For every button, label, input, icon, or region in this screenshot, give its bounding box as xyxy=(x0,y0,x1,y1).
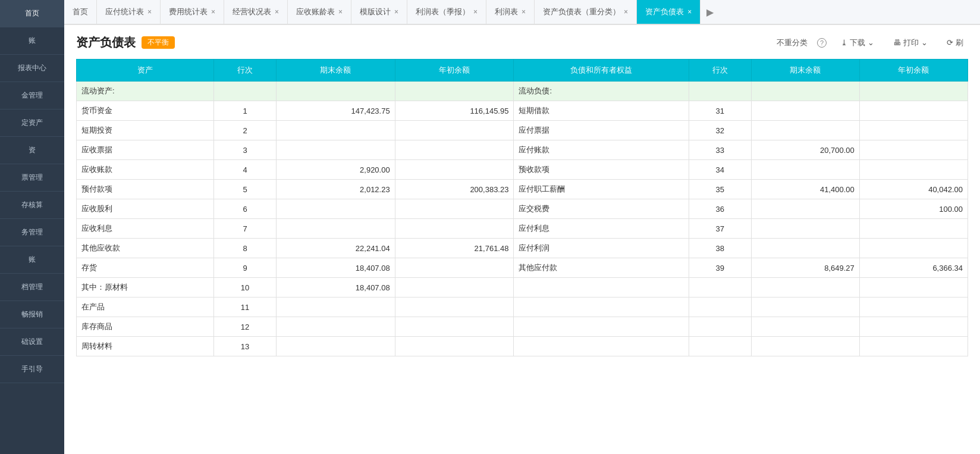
left-name[interactable]: 应收票据 xyxy=(77,140,214,160)
tab-profit-quarterly-close[interactable]: × xyxy=(473,8,478,16)
download-icon: ⤓ xyxy=(841,38,847,47)
tab-profit-close[interactable]: × xyxy=(522,8,526,16)
tab-operation-stat[interactable]: 经营状况表 × xyxy=(224,0,288,24)
left-name[interactable]: 存货 xyxy=(77,258,214,278)
right-end-balance xyxy=(751,278,859,298)
right-name[interactable]: 应交税费 xyxy=(514,199,689,219)
tab-operation-stat-close[interactable]: × xyxy=(275,8,279,16)
sidebar-item-home[interactable]: 首页 xyxy=(0,0,64,27)
refresh-label: 刷 xyxy=(956,37,963,48)
right-name[interactable] xyxy=(514,337,689,356)
left-name[interactable]: 应收账款 xyxy=(77,160,214,180)
sidebar-item-ledger[interactable]: 账 xyxy=(0,246,64,274)
right-end-balance: 20,700.00 xyxy=(751,140,859,160)
table-row: 库存商品 12 xyxy=(77,317,968,337)
tab-balance-label: 资产负债表 xyxy=(645,7,684,17)
table-row: 存货 9 18,407.08 其他应付款 39 8,649.27 6,366.3… xyxy=(77,258,968,278)
tab-profit[interactable]: 利润表 × xyxy=(486,0,535,24)
left-row-num: 13 xyxy=(214,337,277,356)
help-icon[interactable]: ? xyxy=(817,38,827,48)
right-name[interactable]: 应付职工薪酬 xyxy=(514,180,689,199)
left-end-balance xyxy=(276,317,395,337)
tab-balance-reclassify-close[interactable]: × xyxy=(624,8,628,16)
table-row: 其中：原材料 10 18,407.08 xyxy=(77,278,968,298)
th-begin-balance-left: 年初余额 xyxy=(395,60,514,82)
left-begin-balance xyxy=(395,337,514,356)
tab-payable-stat-label: 应付统计表 xyxy=(105,7,144,17)
right-row-num: 31 xyxy=(689,101,751,121)
sidebar-item-guide[interactable]: 手引导 xyxy=(0,356,64,383)
table-row: 应收股利 6 应交税费 36 100.00 xyxy=(77,199,968,219)
right-name[interactable] xyxy=(514,317,689,337)
refresh-button[interactable]: ⟳ 刷 xyxy=(942,35,968,51)
left-name[interactable]: 应收股利 xyxy=(77,199,214,219)
right-name[interactable] xyxy=(514,278,689,298)
sidebar-item-ticket-mgmt[interactable]: 票管理 xyxy=(0,164,64,192)
left-row-num: 7 xyxy=(214,219,277,239)
tab-payable-stat-close[interactable]: × xyxy=(147,8,152,16)
right-begin-balance xyxy=(859,337,968,356)
print-button[interactable]: 🖶 打印 ⌄ xyxy=(888,35,932,51)
right-name[interactable]: 其他应付款 xyxy=(514,258,689,278)
tab-template-design-close[interactable]: × xyxy=(394,8,398,16)
left-name[interactable]: 预付款项 xyxy=(77,180,214,199)
sidebar-item-report-center[interactable]: 报表中心 xyxy=(0,55,64,82)
tab-template-design[interactable]: 模版设计 × xyxy=(351,0,407,24)
left-name[interactable]: 货币资金 xyxy=(77,101,214,121)
left-name[interactable]: 在产品 xyxy=(77,298,214,317)
tab-receivable-aging-close[interactable]: × xyxy=(338,8,343,16)
right-name[interactable] xyxy=(514,298,689,317)
right-row-num xyxy=(689,337,751,356)
tab-payable-stat[interactable]: 应付统计表 × xyxy=(97,0,161,24)
left-name[interactable]: 应收利息 xyxy=(77,219,214,239)
tab-expense-stat-close[interactable]: × xyxy=(211,8,215,16)
left-end-balance xyxy=(276,298,395,317)
right-end-balance xyxy=(751,239,859,258)
left-begin-balance xyxy=(395,317,514,337)
left-name[interactable]: 其他应收款 xyxy=(77,239,214,258)
right-name[interactable]: 预收款项 xyxy=(514,160,689,180)
table-row: 其他应收款 8 22,241.04 21,761.48 应付利润 38 xyxy=(77,239,968,258)
left-end-balance xyxy=(276,219,395,239)
left-end-balance: 2,012.23 xyxy=(276,180,395,199)
sidebar-item-basic-settings[interactable]: 础设置 xyxy=(0,328,64,356)
right-name[interactable]: 应付利息 xyxy=(514,219,689,239)
sidebar-item-fixed-assets[interactable]: 定资产 xyxy=(0,109,64,137)
tab-scroll-right[interactable]: ▶ xyxy=(701,7,720,18)
sidebar-item-assets[interactable]: 资 xyxy=(0,137,64,164)
tab-balance-reclassify[interactable]: 资产负债表（重分类） × xyxy=(535,0,637,24)
right-name[interactable]: 应付票据 xyxy=(514,121,689,140)
left-name[interactable]: 库存商品 xyxy=(77,317,214,337)
right-name[interactable]: 应付账款 xyxy=(514,140,689,160)
sidebar-item-archive[interactable]: 档管理 xyxy=(0,274,64,301)
left-row-num: 2 xyxy=(214,121,277,140)
page-header: 资产负债表 不平衡 不重分类 ? ⤓ 下载 ⌄ 🖶 打印 ⌄ ⟳ 刷 xyxy=(76,35,968,51)
sidebar-item-tax-mgmt[interactable]: 务管理 xyxy=(0,219,64,246)
sidebar-item-inventory[interactable]: 存核算 xyxy=(0,192,64,219)
tab-expense-stat[interactable]: 费用统计表 × xyxy=(161,0,224,24)
left-name[interactable]: 短期投资 xyxy=(77,121,214,140)
print-label: 打印 xyxy=(903,37,919,48)
left-end-balance xyxy=(276,199,395,219)
left-end-balance: 18,407.08 xyxy=(276,258,395,278)
left-name[interactable]: 周转材料 xyxy=(77,337,214,356)
tab-home[interactable]: 首页 xyxy=(64,0,97,24)
right-row-num: 32 xyxy=(689,121,751,140)
sidebar-item-cash-mgmt[interactable]: 金管理 xyxy=(0,82,64,109)
left-name[interactable]: 其中：原材料 xyxy=(77,278,214,298)
tab-balance[interactable]: 资产负债表 × xyxy=(637,0,701,24)
right-begin-balance xyxy=(859,121,968,140)
right-name[interactable]: 应付利润 xyxy=(514,239,689,258)
th-row-num-right: 行次 xyxy=(689,60,751,82)
download-button[interactable]: ⤓ 下载 ⌄ xyxy=(836,35,879,51)
tab-profit-quarterly[interactable]: 利润表（季报） × xyxy=(407,0,486,24)
tab-balance-close[interactable]: × xyxy=(687,8,692,16)
right-begin-balance xyxy=(859,239,968,258)
sidebar-item-expense[interactable]: 畅报销 xyxy=(0,301,64,328)
tab-receivable-aging[interactable]: 应收账龄表 × xyxy=(288,0,351,24)
th-liabilities: 负债和所有者权益 xyxy=(514,60,689,82)
main-area: 首页 应付统计表 × 费用统计表 × 经营状况表 × 应收账龄表 × 模版设计 … xyxy=(64,0,980,454)
right-begin-balance xyxy=(859,219,968,239)
right-name[interactable]: 短期借款 xyxy=(514,101,689,121)
sidebar-item-account[interactable]: 账 xyxy=(0,27,64,55)
